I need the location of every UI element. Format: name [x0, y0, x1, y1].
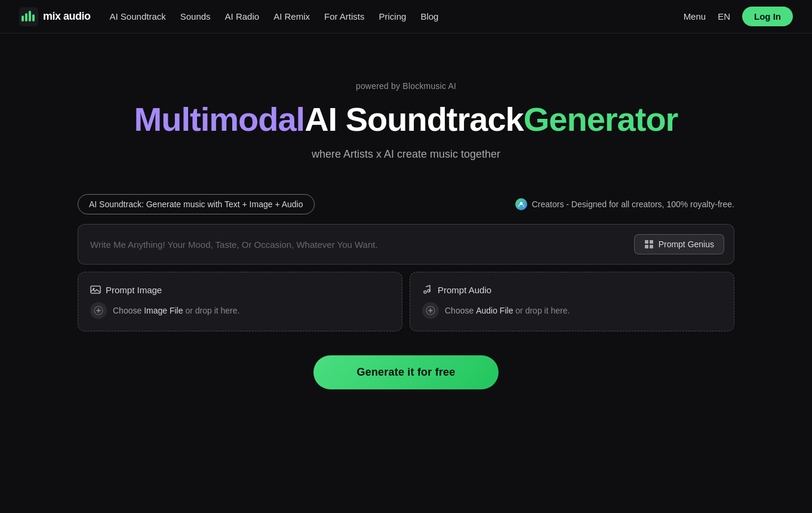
prompt-genius-icon — [644, 239, 654, 249]
audio-choose-text: Choose Audio File or drop it here. — [445, 306, 570, 315]
prompt-image-label: Prompt Image — [106, 285, 162, 295]
creators-text: Creators - Designed for all creators, 10… — [532, 199, 734, 209]
text-prompt-input[interactable] — [90, 239, 634, 250]
image-icon — [90, 284, 101, 295]
svg-rect-8 — [645, 245, 648, 248]
nav-links: AI Soundtrack Sounds AI Radio AI Remix F… — [110, 11, 439, 22]
logo-text: mix audio — [43, 10, 91, 23]
generate-button[interactable]: Generate it for free — [313, 355, 498, 389]
hero-title-multimodal: Multimodal — [134, 100, 305, 138]
form-badge: AI Soundtrack: Generate music with Text … — [78, 194, 315, 214]
prompt-genius-button[interactable]: Prompt Genius — [634, 234, 724, 254]
nav-left: mix audio AI Soundtrack Sounds AI Radio … — [19, 7, 438, 26]
audio-upload-circle-icon — [422, 302, 439, 319]
main-content: powered by Blockmusic AI MultimodalAI So… — [0, 33, 812, 425]
hero-subtitle: where Artists x AI create music together — [312, 148, 500, 161]
creators-label: Creators - Designed for all creators, 10… — [515, 198, 734, 210]
menu-button[interactable]: Menu — [684, 11, 706, 21]
prompt-audio-header: Prompt Audio — [422, 284, 722, 295]
prompt-genius-label: Prompt Genius — [659, 239, 714, 249]
nav-link-ai-radio[interactable]: AI Radio — [225, 11, 260, 21]
navbar: mix audio AI Soundtrack Sounds AI Radio … — [0, 0, 812, 33]
svg-rect-6 — [645, 240, 648, 244]
nav-link-sounds[interactable]: Sounds — [180, 11, 211, 21]
nav-link-blog[interactable]: Blog — [420, 11, 438, 21]
svg-rect-10 — [91, 286, 100, 293]
prompt-audio-label: Prompt Audio — [438, 285, 491, 295]
hero-title: MultimodalAI SoundtrackGenerator — [134, 100, 678, 139]
image-upload-circle-icon — [90, 302, 107, 319]
nav-link-pricing[interactable]: Pricing — [379, 11, 407, 21]
svg-point-13 — [424, 291, 426, 293]
text-input-row: Prompt Genius — [78, 224, 734, 265]
form-container: AI Soundtrack: Generate music with Text … — [78, 194, 734, 389]
audio-upload-trigger[interactable]: Choose Audio File or drop it here. — [422, 302, 722, 319]
hero-title-generator: Generator — [524, 100, 678, 138]
logo-icon — [19, 7, 38, 26]
svg-rect-4 — [32, 14, 35, 21]
creators-icon — [515, 198, 527, 210]
prompt-image-header: Prompt Image — [90, 284, 390, 295]
upload-row: Prompt Image Choose Image File or drop i… — [78, 272, 734, 331]
svg-rect-9 — [650, 245, 653, 248]
audio-icon — [422, 284, 433, 295]
prompt-image-card[interactable]: Prompt Image Choose Image File or drop i… — [78, 272, 402, 331]
form-header: AI Soundtrack: Generate music with Text … — [78, 194, 734, 214]
svg-rect-7 — [650, 240, 653, 244]
svg-rect-2 — [25, 13, 27, 21]
nav-link-for-artists[interactable]: For Artists — [324, 11, 365, 21]
nav-link-ai-remix[interactable]: AI Remix — [273, 11, 310, 21]
nav-right: Menu EN Log In — [684, 7, 793, 26]
svg-rect-3 — [29, 11, 31, 21]
logo[interactable]: mix audio — [19, 7, 91, 26]
image-upload-trigger[interactable]: Choose Image File or drop it here. — [90, 302, 390, 319]
svg-point-14 — [427, 290, 430, 292]
prompt-audio-card[interactable]: Prompt Audio Choose Audio File or drop i… — [410, 272, 734, 331]
image-choose-text: Choose Image File or drop it here. — [113, 306, 239, 315]
login-button[interactable]: Log In — [742, 7, 793, 26]
hero-title-ai-soundtrack: AI Soundtrack — [304, 100, 524, 138]
language-selector[interactable]: EN — [718, 11, 730, 21]
svg-rect-1 — [21, 16, 24, 21]
powered-by-label: powered by Blockmusic AI — [356, 81, 456, 91]
nav-link-ai-soundtrack[interactable]: AI Soundtrack — [110, 11, 166, 21]
